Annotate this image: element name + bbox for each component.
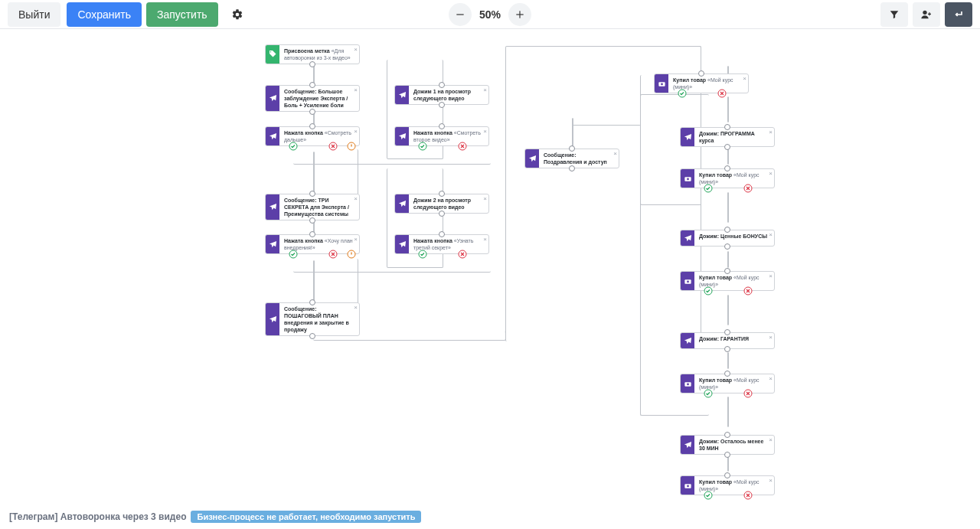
close-icon[interactable]: × [483,128,487,135]
assign-user-button[interactable] [913,2,940,27]
port-in[interactable] [569,145,575,152]
fail-port[interactable] [743,286,753,296]
port-in[interactable] [309,231,315,237]
collapse-button[interactable] [945,2,972,27]
node-bought-1[interactable]: Купил товар «Мой курс (мини)» × [654,73,749,93]
close-icon[interactable]: × [769,334,773,341]
node-button-watch-second[interactable]: Нажата кнопка «Смотреть второе видео» × [394,126,489,146]
port-in[interactable] [724,124,730,130]
close-icon[interactable]: × [613,150,617,157]
settings-button[interactable] [226,3,249,26]
node-message-plan[interactable]: Сообщение: ПОШАГОВЫЙ ПЛАН внедрения и за… [265,302,360,336]
success-port[interactable] [289,142,298,151]
node-bought-2[interactable]: Купил товар «Мой курс (мини)» × [680,168,775,188]
success-port[interactable] [704,389,713,398]
success-port[interactable] [678,89,687,98]
close-icon[interactable]: × [769,375,773,382]
node-bought-5[interactable]: Купил товар «Мой курс (мини)» × [680,475,775,495]
filter-button[interactable] [880,2,908,27]
node-button-want-plan[interactable]: Нажата кнопка «Хочу план внедрения!» × [265,234,360,254]
close-icon[interactable]: × [354,87,358,93]
node-button-watch-more[interactable]: Нажата кнопка «Смотреть дальше» × [265,126,360,146]
node-message-delusion[interactable]: Сообщение: Большое заблуждение Эксперта … [265,85,360,112]
port-out[interactable] [724,243,730,250]
zoom-out-button[interactable] [449,3,472,26]
node-followup-2[interactable]: Дожим 2 на просмотр следующего видео × [394,194,489,214]
node-tag-assigned[interactable]: Присвоена метка «Для автоворонки из 3-х … [265,44,360,64]
port-in[interactable] [309,123,315,129]
port-in[interactable] [724,165,730,171]
node-followup-1[interactable]: Дожим 1 на просмотр следующего видео × [394,85,489,105]
exit-button[interactable]: Выйти [8,2,60,27]
port-in[interactable] [724,472,730,478]
save-button[interactable]: Сохранить [67,2,142,27]
port-out[interactable] [724,346,730,352]
close-icon[interactable]: × [354,236,358,243]
port-in[interactable] [309,191,315,197]
zoom-in-button[interactable] [508,3,531,26]
run-button[interactable]: Запустить [146,2,218,27]
node-bought-3[interactable]: Купил товар «Мой курс (мини)» × [680,271,775,291]
close-icon[interactable]: × [354,304,358,311]
node-followup-30min[interactable]: Дожим: Осталось менее 30 МИН × [680,435,775,455]
close-icon[interactable]: × [743,75,746,82]
success-port[interactable] [704,286,713,296]
port-in[interactable] [439,82,445,88]
close-icon[interactable]: × [769,477,773,484]
fail-port[interactable] [328,250,338,259]
close-icon[interactable]: × [483,195,487,202]
port-out[interactable] [309,61,315,67]
node-button-third-secret[interactable]: Нажата кнопка «Узнать третий секрет» × [394,234,489,254]
warn-port[interactable] [347,250,356,259]
fail-port[interactable] [328,142,338,151]
node-message-secrets[interactable]: Сообщение: ТРИ СЕКРЕТА для Эксперта / Пр… [265,194,360,220]
close-icon[interactable]: × [769,170,773,177]
fail-port[interactable] [717,89,727,98]
fail-port[interactable] [458,250,467,259]
port-in[interactable] [724,268,730,274]
fail-port[interactable] [743,491,753,500]
port-in[interactable] [439,123,445,129]
success-port[interactable] [704,184,713,193]
port-out[interactable] [439,211,445,217]
port-in[interactable] [698,70,704,77]
close-icon[interactable]: × [769,129,773,136]
close-icon[interactable]: × [354,128,358,135]
port-in[interactable] [724,329,730,335]
success-port[interactable] [418,142,427,151]
port-in[interactable] [309,82,315,88]
port-in[interactable] [309,299,315,305]
warn-port[interactable] [347,142,356,151]
close-icon[interactable]: × [354,46,358,53]
close-icon[interactable]: × [769,231,773,238]
node-followup-guarantee[interactable]: Дожим: ГАРАНТИЯ × [680,332,775,349]
fail-port[interactable] [458,142,467,151]
port-out[interactable] [439,102,445,108]
success-port[interactable] [418,250,427,259]
port-out[interactable] [724,144,730,150]
close-icon[interactable]: × [483,236,487,243]
port-in[interactable] [439,191,445,197]
canvas[interactable]: Присвоена метка «Для автоворонки из 3-х … [0,29,980,529]
port-in[interactable] [724,227,730,233]
port-out[interactable] [309,217,315,224]
port-out[interactable] [309,333,315,339]
close-icon[interactable]: × [769,273,773,279]
port-in[interactable] [724,432,730,438]
node-congrats[interactable]: Сообщение: Поздравления и доступ × [524,149,619,168]
fail-port[interactable] [743,184,753,193]
port-out[interactable] [309,109,315,115]
fail-port[interactable] [743,389,753,398]
node-bought-4[interactable]: Купил товар «Мой курс (мини)» × [680,374,775,393]
success-port[interactable] [289,250,298,259]
success-port[interactable] [704,491,713,500]
port-out[interactable] [724,452,730,458]
port-in[interactable] [439,231,445,237]
node-followup-bonuses[interactable]: Дожим: Ценные БОНУСЫ × [680,230,775,247]
close-icon[interactable]: × [354,195,358,202]
port-out[interactable] [569,165,575,171]
node-followup-program[interactable]: Дожим: ПРОГРАММА курса × [680,127,775,147]
port-in[interactable] [724,371,730,377]
close-icon[interactable]: × [769,436,773,443]
close-icon[interactable]: × [483,87,487,93]
